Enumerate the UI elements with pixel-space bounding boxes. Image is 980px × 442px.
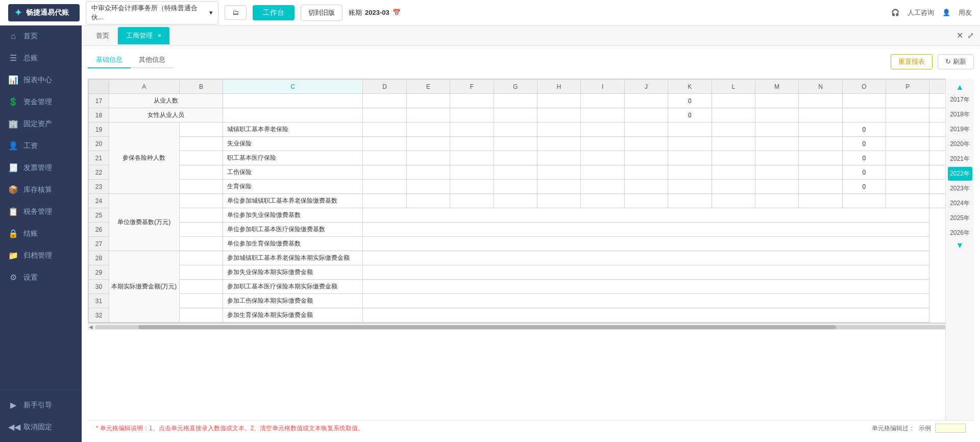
main-spreadsheet[interactable]: A B C D E F G H I J [88,79,974,420]
year-item-2017[interactable]: 2017年 [948,93,972,107]
cell-18-a[interactable]: 女性从业人员 [109,108,223,122]
cell-20-i[interactable] [581,137,624,151]
cell-23-l[interactable] [712,180,755,194]
cell-17-k[interactable]: 0 [668,94,712,108]
cell-23-f[interactable] [450,180,494,194]
cell-30-b[interactable] [179,280,223,294]
cell-17-d[interactable] [363,94,406,108]
cell-24-n[interactable] [799,194,842,208]
cell-21-o[interactable]: 0 [842,151,886,165]
cell-17-e[interactable] [406,94,450,108]
cell-20-c[interactable]: 失业保险 [223,137,363,151]
cell-19-o[interactable]: 0 [842,122,886,137]
cell-17-o[interactable] [842,94,886,108]
cell-24-h[interactable] [537,194,580,208]
cell-18-j[interactable] [624,108,668,122]
year-item-2020[interactable]: 2020年 [948,137,972,151]
cell-18-o[interactable] [842,108,886,122]
cell-20-g[interactable] [494,137,537,151]
sidebar-item-home[interactable]: ⌂ 首页 [0,26,82,47]
cell-21-n[interactable] [799,151,842,165]
tab-close-window-btn[interactable]: ✕ [957,31,963,40]
cell-19-i[interactable] [581,122,624,137]
cell-17-a[interactable]: 从业人数 [109,94,223,108]
sidebar-item-unpin[interactable]: ◀◀ 取消固定 [0,416,82,438]
year-scroll-down-icon[interactable]: ▼ [956,241,964,250]
cell-23-c[interactable]: 生育保险 [223,180,363,194]
cell-20-h[interactable] [537,137,580,151]
old-version-button[interactable]: 切到旧版 [301,5,342,21]
cell-22-c[interactable]: 工伤保险 [223,165,363,180]
cell-29-rest[interactable] [363,265,929,280]
cell-18-c[interactable] [223,108,363,122]
cell-22-e[interactable] [406,165,450,180]
cell-23-d[interactable] [363,180,406,194]
scroll-left-icon[interactable]: ◀ [89,324,93,330]
cell-22-m[interactable] [755,165,798,180]
cell-26-c[interactable]: 单位参加职工基本医疗保险缴费基数 [223,223,363,237]
cell-24-i[interactable] [581,194,624,208]
cell-26-b[interactable] [179,223,223,237]
cell-23-h[interactable] [537,180,580,194]
cell-19-d[interactable] [363,122,406,137]
cell-31-rest[interactable] [363,294,929,308]
cell-23-g[interactable] [494,180,537,194]
cell-27-b[interactable] [179,237,223,251]
year-item-2024[interactable]: 2024年 [948,197,972,210]
cell-22-p[interactable] [886,165,929,180]
tab-home[interactable]: 首页 [88,27,118,44]
cell-28-c[interactable]: 参加城镇职工基本养老保险本期实际缴费金额 [223,251,363,265]
cell-19-m[interactable] [755,122,798,137]
cell-24-j[interactable] [624,194,668,208]
sub-tab-other[interactable]: 其他信息 [131,52,174,68]
cell-19-l[interactable] [712,122,755,137]
cell-17-p[interactable] [886,94,929,108]
workbench-button[interactable]: 工作台 [253,5,295,20]
cell-24-c[interactable]: 单位参加城镇职工基本养老保险缴费基数 [223,194,363,208]
cell-22-n[interactable] [799,165,842,180]
cell-17-h[interactable] [537,94,580,108]
tab-expand-btn[interactable]: ⤢ [967,31,974,40]
cell-17-j[interactable] [624,94,668,108]
cell-22-o[interactable]: 0 [842,165,886,180]
cell-17-f[interactable] [450,94,494,108]
sidebar-item-guide[interactable]: ▶ 新手引导 [0,394,82,416]
cell-19-c[interactable]: 城镇职工基本养老保险 [223,122,363,137]
sidebar-item-tax[interactable]: 📋 税务管理 [0,201,82,223]
cell-18-n[interactable] [799,108,842,122]
cell-19-n[interactable] [799,122,842,137]
cell-22-k[interactable] [668,165,712,180]
cell-20-d[interactable] [363,137,406,151]
cell-24-l[interactable] [712,194,755,208]
cell-25-b[interactable] [179,208,223,223]
cell-24-p[interactable] [886,194,929,208]
cell-23-n[interactable] [799,180,842,194]
sidebar-item-close[interactable]: 🔒 结账 [0,223,82,244]
cell-18-h[interactable] [537,108,580,122]
year-item-2021[interactable]: 2021年 [948,152,972,166]
cell-22-h[interactable] [537,165,580,180]
sidebar-item-archive[interactable]: 📁 归档管理 [0,244,82,266]
year-item-2023[interactable]: 2023年 [948,182,972,195]
cell-21-f[interactable] [450,151,494,165]
cell-19-e[interactable] [406,122,450,137]
cell-18-f[interactable] [450,108,494,122]
cell-17-m[interactable] [755,94,798,108]
year-item-2022[interactable]: 2022年 [948,167,972,181]
cell-24-m[interactable] [755,194,798,208]
cell-27-rest[interactable] [363,237,929,251]
cell-18-g[interactable] [494,108,537,122]
cell-19-b[interactable] [179,122,223,137]
cell-22-d[interactable] [363,165,406,180]
sub-tab-basic[interactable]: 基础信息 [88,52,131,68]
sidebar-item-assets[interactable]: 🏢 固定资产 [0,113,82,135]
cell-32-rest[interactable] [363,308,929,323]
cell-23-i[interactable] [581,180,624,194]
cell-29-c[interactable]: 参加失业保险本期实际缴费金额 [223,265,363,280]
cell-18-m[interactable] [755,108,798,122]
cell-19-p[interactable] [886,122,929,137]
cell-23-j[interactable] [624,180,668,194]
year-item-2019[interactable]: 2019年 [948,122,972,136]
cell-18-p[interactable] [886,108,929,122]
cell-20-f[interactable] [450,137,494,151]
